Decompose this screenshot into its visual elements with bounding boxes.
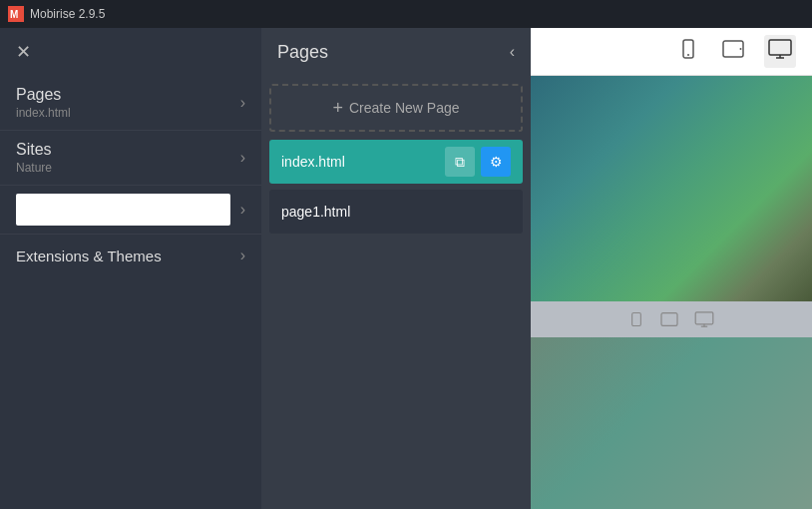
svg-rect-10 — [661, 312, 677, 325]
preview-desktop-icon — [694, 311, 714, 327]
tablet-icon — [722, 39, 744, 59]
sidebar-sites-subtitle: Nature — [16, 161, 240, 175]
sidebar-close-button[interactable]: ✕ — [16, 41, 31, 63]
svg-rect-11 — [695, 311, 713, 323]
preview-content — [531, 76, 812, 509]
pages-panel-header: Pages ‹ — [261, 28, 531, 76]
page-index-actions: ⧉ ⚙ — [445, 147, 511, 177]
mobile-device-button[interactable] — [674, 35, 702, 68]
desktop-icon — [768, 39, 792, 59]
svg-text:M: M — [10, 9, 18, 20]
sidebar-pages-subtitle: index.html — [16, 106, 240, 120]
svg-point-5 — [740, 48, 742, 50]
preview-top-section — [531, 76, 812, 301]
search-input[interactable] — [16, 194, 230, 226]
sidebar-search-container: › — [0, 186, 261, 235]
sidebar-item-pages[interactable]: Pages index.html › — [0, 76, 261, 131]
preview-inner-content — [531, 337, 812, 509]
sidebar-pages-chevron-icon: › — [240, 94, 245, 112]
sidebar-sites-title: Sites — [16, 141, 240, 159]
svg-rect-9 — [632, 312, 641, 325]
app-title: Mobirise 2.9.5 — [30, 7, 105, 21]
pages-content: + Create New Page index.html ⧉ ⚙ page1.h… — [261, 76, 531, 509]
svg-rect-6 — [769, 40, 791, 55]
extensions-title: Extensions & Themes — [16, 248, 240, 264]
sidebar-pages-text: Pages index.html — [16, 86, 240, 120]
page-copy-button[interactable]: ⧉ — [445, 147, 475, 177]
preview-inner-toolbar — [531, 301, 812, 337]
pages-panel-close-button[interactable]: ‹ — [510, 43, 515, 61]
page-item-index[interactable]: index.html ⧉ ⚙ — [269, 140, 523, 184]
page-item-page1[interactable]: page1.html — [269, 190, 523, 234]
sidebar-item-extensions[interactable]: Extensions & Themes › — [0, 235, 261, 276]
preview-mobile-icon — [628, 311, 644, 327]
preview-bottom-section — [531, 301, 812, 509]
create-new-page-label: Create New Page — [349, 100, 460, 116]
sidebar: ✕ Pages index.html › Sites Nature › › Ex… — [0, 28, 261, 509]
main-layout: ✕ Pages index.html › Sites Nature › › Ex… — [0, 28, 812, 509]
preview-tablet-icon — [660, 311, 678, 327]
page-index-name: index.html — [281, 154, 445, 170]
search-chevron-button[interactable]: › — [240, 201, 245, 219]
titlebar: M Mobirise 2.9.5 — [0, 0, 812, 28]
preview-toolbar — [531, 28, 812, 76]
create-new-page-button[interactable]: + Create New Page — [269, 84, 523, 132]
sidebar-item-sites[interactable]: Sites Nature › — [0, 131, 261, 186]
sidebar-pages-title: Pages — [16, 86, 240, 104]
tablet-device-button[interactable] — [718, 35, 748, 68]
sidebar-sites-chevron-icon: › — [240, 149, 245, 167]
pages-panel: Pages ‹ + Create New Page index.html ⧉ ⚙… — [261, 28, 531, 509]
preview-area — [531, 28, 812, 509]
page-settings-button[interactable]: ⚙ — [481, 147, 511, 177]
plus-icon: + — [332, 98, 343, 119]
svg-point-3 — [687, 54, 689, 56]
pages-panel-title: Pages — [277, 42, 510, 63]
desktop-device-button[interactable] — [764, 35, 796, 68]
sidebar-sites-text: Sites Nature — [16, 141, 240, 175]
extensions-chevron-icon: › — [240, 247, 245, 264]
app-icon: M — [8, 6, 24, 22]
mobile-icon — [678, 39, 698, 59]
sidebar-header: ✕ — [0, 28, 261, 76]
page1-name: page1.html — [281, 204, 511, 220]
